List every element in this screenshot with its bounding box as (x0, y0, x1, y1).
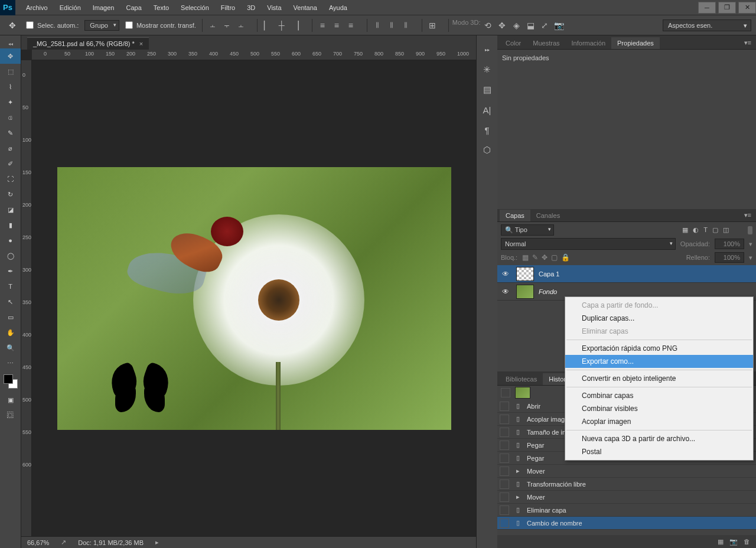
ctx-convertir-en-objeto-inteligente[interactable]: Convertir en objeto inteligente (565, 372, 753, 385)
healing-brush-tool[interactable]: ⌀ (0, 141, 21, 156)
eyedropper-tool[interactable]: ✎ (0, 125, 21, 141)
visibility-toggle[interactable]: 👁 (500, 270, 511, 278)
edit-toolbar-icon[interactable]: ⋯ (0, 355, 21, 371)
dodge-tool[interactable]: ◯ (0, 248, 21, 263)
3d-panel-icon[interactable]: ⬡ (480, 143, 494, 157)
tab-close-icon[interactable]: × (139, 40, 143, 47)
layer-thumb[interactable] (516, 267, 534, 281)
distribute-2-icon[interactable]: ≡ (330, 19, 343, 32)
pen-tool[interactable]: ✒ (0, 263, 21, 279)
3d-slide-icon[interactable]: ⬓ (524, 19, 537, 32)
magic-wand-tool[interactable]: ✦ (0, 94, 21, 110)
3d-dolly-icon[interactable]: ◈ (510, 19, 523, 32)
ctx-duplicar-capas-[interactable]: Duplicar capas... (565, 312, 753, 325)
filter-toggle[interactable] (748, 226, 752, 234)
align-hcenter-icon[interactable]: ┼ (275, 19, 288, 32)
hand-tool[interactable]: ✋ (0, 325, 21, 340)
history-item[interactable]: ▯Eliminar capa (497, 504, 756, 517)
doc-size[interactable]: Doc: 1,91 MB/2,36 MB (78, 539, 144, 546)
hist-new-doc-icon[interactable]: ▦ (718, 538, 724, 546)
align-left-icon[interactable]: ▏ (261, 19, 274, 32)
3d-camera-icon[interactable]: 📷 (552, 19, 565, 32)
paragraph-icon[interactable]: ¶ (480, 123, 494, 137)
tab-muestras[interactable]: Muestras (527, 37, 565, 49)
layers-menu-icon[interactable]: ▾≡ (739, 209, 756, 221)
ctx-combinar-visibles[interactable]: Combinar visibles (565, 402, 753, 415)
tab-canales[interactable]: Canales (530, 210, 566, 221)
canvas-viewport[interactable] (32, 60, 476, 536)
menu-ayuda[interactable]: Ayuda (323, 1, 353, 14)
ctx-exportaci-n-r-pida-como-png[interactable]: Exportación rápida como PNG (565, 342, 753, 355)
distribute-4-icon[interactable]: ⦀ (371, 19, 384, 32)
workspace-selector[interactable]: Aspectos esen. ▾ (663, 19, 751, 31)
tab-capas[interactable]: Capas (500, 210, 530, 221)
hist-snapshot-icon[interactable]: 📷 (729, 538, 738, 546)
distribute-3-icon[interactable]: ≡ (344, 19, 357, 32)
lock-all-icon[interactable]: 🔒 (561, 253, 570, 262)
menu-archivo[interactable]: Archivo (20, 1, 54, 14)
menu-ventana[interactable]: Ventana (288, 1, 323, 14)
histogram-icon[interactable]: ✳ (480, 63, 494, 77)
screenmode-tool[interactable]: ⿴ (0, 407, 21, 423)
ctx-exportar-como-[interactable]: Exportar como... (565, 355, 753, 368)
history-item[interactable]: ▯Cambio de nombre (497, 517, 756, 530)
toolbox-collapse-icon[interactable]: ◂◂ (0, 41, 21, 46)
menu-3d[interactable]: 3D (241, 1, 261, 14)
align-bottom-icon[interactable]: ⫠ (234, 19, 247, 32)
move-tool-icon[interactable]: ✥ (5, 18, 20, 33)
minimize-button[interactable]: ─ (698, 2, 716, 14)
tab-informacion[interactable]: Información (566, 37, 611, 49)
ruler-vertical[interactable]: 050100150200250300350400450500550600 (21, 60, 32, 536)
menu-edicion[interactable]: Edición (54, 1, 87, 14)
distribute-6-icon[interactable]: ⦀ (399, 19, 412, 32)
maximize-button[interactable]: ❐ (718, 2, 736, 14)
lock-artboard-icon[interactable]: ▢ (551, 253, 558, 262)
share-icon[interactable]: ↗ (61, 539, 66, 546)
tab-propiedades[interactable]: Propiedades (611, 37, 660, 49)
3d-scale-icon[interactable]: ⤢ (538, 19, 551, 32)
layer-filter-select[interactable]: 🔍 Tipo (501, 224, 554, 236)
transform-controls-checkbox[interactable]: Mostrar contr. transf. (125, 21, 196, 29)
marquee-tool[interactable]: ⬚ (0, 64, 21, 79)
ctx-postal[interactable]: Postal (565, 445, 753, 458)
distribute-1-icon[interactable]: ≡ (316, 19, 329, 32)
zoom-tool[interactable]: 🔍 (0, 340, 21, 355)
blur-tool[interactable]: ● (0, 233, 21, 248)
lock-paint-icon[interactable]: ✎ (532, 253, 538, 262)
layer-thumb[interactable] (516, 285, 534, 299)
close-button[interactable]: ✕ (738, 2, 756, 14)
character-icon[interactable]: A| (480, 103, 494, 117)
opacity-dd-icon[interactable]: ▾ (749, 240, 752, 248)
layer-capa1[interactable]: 👁 Capa 1 (497, 265, 756, 283)
autoselect-type-select[interactable]: Grupo (84, 20, 119, 31)
panel-menu-icon[interactable]: ▾≡ (739, 37, 756, 49)
opacity-input[interactable]: 100% (715, 239, 744, 249)
lasso-tool[interactable]: ⌇ (0, 79, 21, 94)
lock-trans-icon[interactable]: ▦ (522, 253, 529, 262)
autoselect-checkbox[interactable]: Selec. autom.: (26, 21, 79, 29)
menu-capa[interactable]: Capa (120, 1, 147, 14)
layer-name[interactable]: Fondo (539, 288, 557, 295)
filter-image-icon[interactable]: ▦ (682, 226, 688, 234)
menu-seleccion[interactable]: Selección (175, 1, 215, 14)
auto-align-icon[interactable]: ⊞ (426, 19, 439, 32)
filter-smart-icon[interactable]: ◫ (723, 226, 729, 234)
navigator-icon[interactable]: ▤ (480, 83, 494, 97)
document-tab[interactable]: _MG_2581.psd al 66,7% (RGB/8) * × (27, 37, 149, 50)
menu-vista[interactable]: Vista (261, 1, 287, 14)
history-brush-tool[interactable]: ↻ (0, 187, 21, 202)
3d-pan-icon[interactable]: ✥ (496, 19, 509, 32)
eraser-tool[interactable]: ◪ (0, 202, 21, 217)
tab-color[interactable]: Color (500, 37, 527, 49)
path-select-tool[interactable]: ↖ (0, 294, 21, 309)
menu-imagen[interactable]: Imagen (87, 1, 120, 14)
type-tool[interactable]: T (0, 279, 21, 294)
history-item[interactable]: ▸Mover (497, 491, 756, 504)
strip-collapse-icon[interactable]: ▸▸ (480, 43, 494, 57)
brush-tool[interactable]: ✐ (0, 156, 21, 171)
visibility-toggle[interactable]: 👁 (500, 288, 511, 296)
menu-filtro[interactable]: Filtro (215, 1, 241, 14)
foreground-color[interactable] (4, 374, 13, 384)
lock-pos-icon[interactable]: ✥ (542, 253, 548, 262)
crop-tool[interactable]: ⟃ (0, 110, 21, 125)
